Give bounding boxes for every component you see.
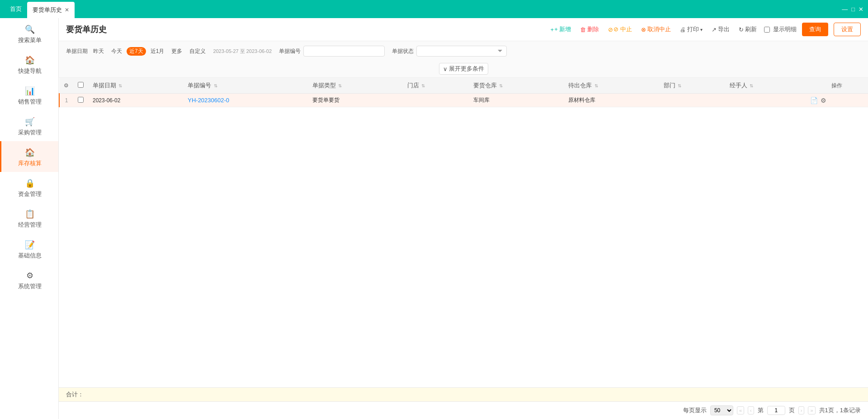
delete-btn-label: 删除 (587, 25, 599, 33)
yesterday-shortcut[interactable]: 昨天 (90, 47, 107, 56)
sort-arrows-doc-number[interactable]: ⇅ (214, 83, 217, 88)
column-settings[interactable]: ⚙ (59, 78, 73, 94)
last-page-btn[interactable]: » (808, 406, 815, 414)
tab-yaohuodan[interactable]: 要货单历史 ✕ (27, 2, 75, 18)
expand-more-label: 展开更多条件 (449, 65, 484, 73)
home-icon: 🏠 (25, 55, 35, 65)
sidebar-item-inventory[interactable]: 🏠 库存核算 (0, 141, 58, 172)
sidebar-item-search[interactable]: 🔍 搜索菜单 (0, 18, 58, 49)
main-layout: 🔍 搜索菜单 🏠 快捷导航 📊 销售管理 🛒 采购管理 🏠 库存核算 🔒 资金管… (0, 18, 868, 419)
print-dropdown-icon: ▾ (700, 27, 703, 32)
per-page-select[interactable]: 50 10 20 100 (710, 405, 733, 415)
table-row: 1 2023-06-02 YH-20230602-0 要货单要货 车间库 原材料… (59, 94, 868, 107)
row-doc-number: YH-20230602-0 (183, 94, 307, 107)
today-shortcut[interactable]: 今天 (108, 47, 125, 56)
doc-date-filter: 单据日期 昨天 今天 近7天 近1月 更多 自定义 2023-05-27 至 2… (66, 47, 272, 56)
export-button[interactable]: ↗ 导出 (710, 24, 731, 34)
more-shortcut[interactable]: 更多 (169, 47, 185, 56)
doc-status-filter: 单据状态 (392, 46, 507, 57)
sidebar-item-purchase-label: 采购管理 (18, 129, 42, 137)
query-button[interactable]: 查询 (802, 23, 828, 36)
main-table: ⚙ 单据日期 ⇅ 单据编号 ⇅ 单据类型 (59, 78, 868, 107)
sidebar-item-shortcuts[interactable]: 🏠 快捷导航 (0, 49, 58, 80)
sidebar-item-sales[interactable]: 📊 销售管理 (0, 80, 58, 110)
column-doc-type-label: 单据类型 (312, 82, 336, 89)
sort-arrows-req-warehouse[interactable]: ⇅ (499, 83, 503, 88)
top-bar: 首页 要货单历史 ✕ — □ ✕ (0, 0, 868, 18)
sidebar-item-sales-label: 销售管理 (18, 98, 42, 106)
sidebar-item-system-label: 系统管理 (18, 282, 42, 290)
doc-status-select[interactable] (416, 46, 507, 57)
sort-arrows-handler[interactable]: ⇅ (750, 83, 753, 88)
row-handler (725, 94, 806, 107)
content-area: 要货单历史 + + 新增 🗑 删除 ⊘ ⊘ 中止 ⊗ 取消中止 (59, 18, 868, 419)
sort-arrows-department[interactable]: ⇅ (678, 83, 681, 88)
plus-icon: + (551, 26, 554, 33)
table-body: 1 2023-06-02 YH-20230602-0 要货单要货 车间库 原材料… (59, 94, 868, 107)
sidebar-item-base-label: 基础信息 (18, 252, 42, 260)
search-icon: 🔍 (25, 24, 35, 34)
first-page-btn[interactable]: « (737, 406, 744, 414)
minimize-btn[interactable]: — (842, 6, 848, 13)
row-checkbox[interactable] (78, 97, 84, 103)
sidebar: 🔍 搜索菜单 🏠 快捷导航 📊 销售管理 🛒 采购管理 🏠 库存核算 🔒 资金管… (0, 18, 59, 419)
maximize-btn[interactable]: □ (851, 6, 855, 13)
show-detail-checkbox[interactable] (764, 27, 770, 33)
column-req-warehouse: 要货仓库 ⇅ (469, 78, 564, 94)
cart-icon: 🛒 (25, 117, 35, 127)
cancel-stop-btn-label: 取消中止 (647, 25, 671, 33)
stop-icon: ⊘ (608, 26, 613, 33)
row-doc-type: 要货单要货 (308, 94, 403, 107)
sidebar-item-system[interactable]: ⚙ 系统管理 (0, 264, 58, 295)
last7days-shortcut[interactable]: 近7天 (127, 47, 146, 56)
column-checkbox (73, 78, 88, 94)
sidebar-item-search-label: 搜索菜单 (18, 36, 42, 44)
lock-icon: 🔒 (25, 178, 35, 188)
sort-arrows-doc-date[interactable]: ⇅ (118, 83, 122, 88)
print-button[interactable]: 🖨 打印 ▾ (678, 24, 704, 34)
prev-page-btn[interactable]: ‹ (748, 406, 754, 414)
tab-close-icon[interactable]: ✕ (65, 7, 69, 13)
delete-button[interactable]: 🗑 删除 (578, 24, 601, 34)
settings-button[interactable]: 设置 (834, 23, 861, 36)
column-department-label: 部门 (664, 82, 675, 89)
refresh-btn-label: 刷新 (745, 25, 757, 33)
doc-status-label: 单据状态 (392, 48, 414, 55)
column-doc-date-label: 单据日期 (93, 82, 116, 89)
system-icon: ⚙ (26, 271, 33, 281)
column-req-warehouse-label: 要货仓库 (473, 82, 497, 89)
sidebar-item-operations[interactable]: 📋 经营管理 (0, 203, 58, 233)
expand-row: ∨ 展开更多条件 (66, 60, 861, 75)
row-pending-warehouse: 原材料仓库 (564, 94, 659, 107)
doc-number-input[interactable] (303, 46, 385, 57)
doc-number-label: 单据编号 (279, 48, 301, 55)
tab-home[interactable]: 首页 (5, 0, 27, 18)
delete-icon: 🗑 (580, 26, 586, 33)
expand-more-button[interactable]: ∨ 展开更多条件 (439, 63, 488, 75)
sort-arrows-store[interactable]: ⇅ (421, 83, 425, 88)
new-button[interactable]: + + 新增 (549, 24, 573, 34)
operations-icon: 📋 (25, 209, 35, 219)
row-edit-icon[interactable]: 📄 (810, 97, 818, 104)
doc-number-link[interactable]: YH-20230602-0 (188, 97, 229, 104)
sidebar-item-purchase[interactable]: 🛒 采购管理 (0, 110, 58, 141)
cancel-stop-button[interactable]: ⊗ 取消中止 (639, 24, 673, 34)
sort-arrows-pending-warehouse[interactable]: ⇅ (594, 83, 598, 88)
row-num: 1 (59, 94, 73, 107)
sidebar-item-base[interactable]: 📝 基础信息 (0, 233, 58, 264)
column-handler-label: 经手人 (730, 82, 747, 89)
row-req-warehouse: 车间库 (469, 94, 564, 107)
page-number-input[interactable] (767, 406, 785, 415)
stop-button[interactable]: ⊘ ⊘ 中止 (606, 24, 634, 34)
close-btn[interactable]: ✕ (859, 6, 863, 13)
next-page-btn[interactable]: › (798, 406, 805, 414)
refresh-button[interactable]: ↻ 刷新 (737, 24, 759, 34)
row-delete-icon[interactable]: ⚙ (821, 97, 826, 104)
sidebar-item-finance[interactable]: 🔒 资金管理 (0, 172, 58, 203)
sort-arrows-doc-type[interactable]: ⇅ (338, 83, 342, 88)
show-detail-button[interactable]: 显示明细 (764, 25, 797, 33)
doc-number-filter: 单据编号 (279, 46, 385, 57)
last1month-shortcut[interactable]: 近1月 (148, 47, 167, 56)
custom-shortcut[interactable]: 自定义 (187, 47, 208, 56)
select-all-checkbox[interactable] (78, 82, 84, 88)
